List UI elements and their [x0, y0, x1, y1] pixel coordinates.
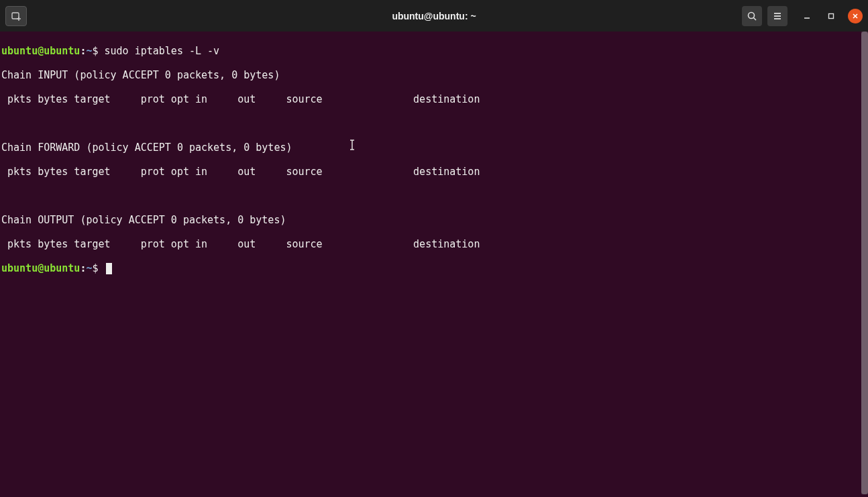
minimize-button[interactable] [800, 9, 814, 23]
prompt-line-1: ubuntu@ubuntu:~$ sudo iptables -L -v [1, 45, 867, 57]
output-input-chain: Chain INPUT (policy ACCEPT 0 packets, 0 … [1, 69, 867, 81]
search-icon [747, 11, 757, 21]
blank-line [1, 117, 867, 129]
output-columns-2: pkts bytes target prot opt in out source… [1, 166, 867, 178]
svg-point-3 [749, 12, 755, 18]
menu-button[interactable] [767, 6, 788, 26]
search-button[interactable] [742, 6, 762, 26]
output-columns-1: pkts bytes target prot opt in out source… [1, 93, 867, 105]
prompt-user: ubuntu@ubuntu [1, 262, 80, 274]
maximize-button[interactable] [824, 9, 838, 23]
prompt-symbol: $ [92, 262, 98, 274]
scrollbar[interactable] [861, 32, 868, 494]
minimize-icon [804, 13, 810, 19]
prompt-user: ubuntu@ubuntu [1, 45, 80, 57]
terminal-body[interactable]: ubuntu@ubuntu:~$ sudo iptables -L -v Cha… [0, 32, 868, 497]
window-controls [800, 9, 863, 23]
prompt-symbol: $ [92, 45, 98, 57]
blank-line [1, 190, 867, 202]
window-title: ubuntu@ubuntu: ~ [392, 10, 476, 22]
command-text: sudo iptables -L -v [105, 45, 220, 57]
right-controls [742, 6, 863, 26]
output-columns-3: pkts bytes target prot opt in out source… [1, 238, 867, 250]
output-output-chain: Chain OUTPUT (policy ACCEPT 0 packets, 0… [1, 214, 867, 226]
svg-rect-0 [12, 13, 19, 19]
hamburger-menu-icon [772, 11, 783, 21]
output-forward-chain: Chain FORWARD (policy ACCEPT 0 packets, … [1, 142, 867, 154]
prompt-line-2: ubuntu@ubuntu:~$ [1, 262, 867, 274]
block-cursor [106, 263, 112, 274]
maximize-icon [828, 13, 834, 19]
svg-line-4 [754, 17, 757, 20]
close-button[interactable] [848, 9, 863, 23]
titlebar: ubuntu@ubuntu: ~ [0, 0, 868, 32]
new-tab-button[interactable] [5, 6, 27, 26]
new-tab-icon [11, 11, 21, 21]
svg-rect-9 [829, 13, 834, 18]
close-icon [852, 13, 859, 19]
scrollbar-thumb[interactable] [861, 32, 868, 494]
